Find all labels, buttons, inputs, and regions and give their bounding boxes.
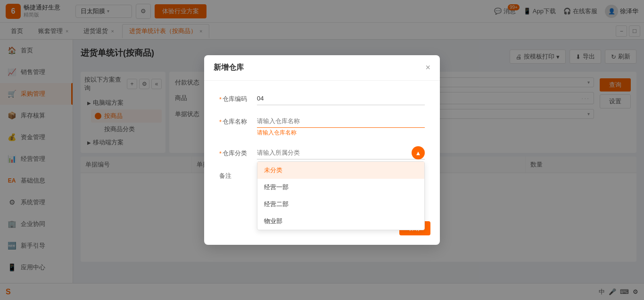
category-label: * 仓库分类 (219, 146, 257, 158)
required-mark-name: * (219, 118, 222, 125)
code-label: * 仓库编码 (219, 92, 257, 103)
form-row-code: * 仓库编码 (219, 92, 425, 105)
name-control: 请输入仓库名称 (257, 115, 425, 137)
warehouse-name-input[interactable] (257, 115, 425, 128)
modal-body: * 仓库编码 * 仓库名称 请输入仓库名称 * 仓库分类 (204, 81, 440, 216)
dropdown-option-ops1[interactable]: 经营一部 (257, 179, 424, 196)
modal-new-warehouse: 新增仓库 × * 仓库编码 * 仓库名称 请输入仓库名称 (204, 55, 440, 245)
warehouse-category-input[interactable] (257, 146, 425, 159)
modal-header: 新增仓库 × (204, 55, 440, 81)
category-dropdown-arrow[interactable]: ▲ (412, 146, 425, 159)
notes-label: 备注 (219, 169, 257, 180)
modal-close-button[interactable]: × (425, 63, 430, 73)
name-label: * 仓库名称 (219, 115, 257, 126)
category-dropdown-menu: 未分类 经营一部 经营二部 物业部 (257, 161, 425, 230)
code-label-text: 仓库编码 (223, 95, 247, 103)
dropdown-option-uncat[interactable]: 未分类 (257, 162, 424, 179)
notes-label-text: 备注 (219, 172, 231, 180)
modal-title: 新增仓库 (214, 63, 244, 73)
category-control: ▲ 未分类 经营一部 经营二部 物业部 (257, 146, 425, 159)
form-row-category: * 仓库分类 ▲ 未分类 经营一部 经营二部 物业部 (219, 146, 425, 159)
dropdown-option-ops2[interactable]: 经营二部 (257, 196, 424, 213)
code-control (257, 92, 425, 105)
category-label-text: 仓库分类 (223, 149, 247, 158)
dropdown-option-property[interactable]: 物业部 (257, 213, 424, 230)
required-mark-code: * (219, 96, 222, 103)
form-row-name: * 仓库名称 请输入仓库名称 (219, 115, 425, 137)
category-dropdown-wrapper: ▲ 未分类 经营一部 经营二部 物业部 (257, 146, 425, 159)
name-label-text: 仓库名称 (223, 117, 247, 126)
required-mark-category: * (219, 150, 222, 157)
warehouse-code-input[interactable] (257, 92, 425, 105)
name-error-message: 请输入仓库名称 (257, 129, 425, 137)
